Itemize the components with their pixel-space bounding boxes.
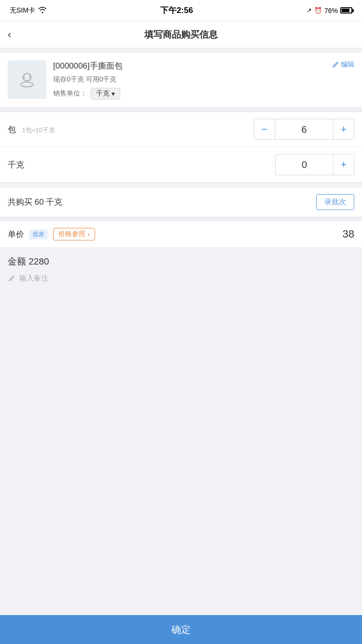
total-row: 共购买 60 千克 录批次	[0, 187, 362, 217]
kg-label: 千克	[8, 159, 275, 170]
nav-bar: ‹ 填写商品购买信息	[0, 21, 362, 48]
back-button[interactable]: ‹	[8, 28, 27, 41]
kg-quantity-input[interactable]	[275, 154, 333, 175]
product-card: [0000006]手撕面包 编辑 现存0千克 可用0千克 销售单位： 千克 ▾	[0, 52, 362, 108]
carrier-label: 无SIM卡	[10, 6, 35, 15]
battery-icon	[340, 7, 352, 14]
wifi-icon	[38, 6, 47, 14]
svg-point-3	[21, 82, 33, 87]
total-text: 共购买 60 千克	[8, 196, 62, 208]
bag-quantity-controls: − +	[254, 119, 354, 140]
product-info: [0000006]手撕面包 编辑 现存0千克 可用0千克 销售单位： 千克 ▾	[53, 60, 354, 99]
unit-label: 销售单位：	[53, 89, 87, 98]
kg-quantity-row: 千克 +	[0, 147, 362, 182]
quantity-section: 包 1包=10千克 − + 千克 +	[0, 112, 362, 183]
status-time: 下午2:56	[160, 5, 193, 16]
note-row[interactable]: 输入备注	[8, 274, 354, 283]
bag-quantity-row: 包 1包=10千克 − +	[0, 112, 362, 147]
bag-quantity-input[interactable]	[275, 119, 333, 140]
bag-plus-button[interactable]: +	[333, 119, 354, 140]
price-tag-batch: 批发	[29, 229, 48, 239]
page-title: 填写商品购买信息	[144, 28, 218, 41]
bag-label: 包 1包=10千克	[8, 124, 254, 135]
price-ref-arrow: ›	[87, 230, 90, 238]
amount-section: 金额 2280 输入备注	[0, 248, 362, 291]
pencil-icon	[8, 275, 15, 282]
svg-point-2	[29, 76, 32, 79]
product-name: [0000006]手撕面包	[53, 60, 123, 71]
status-bar: 无SIM卡 下午2:56 ↗ ⏰ 76%	[0, 0, 362, 21]
price-ref-label: 价格参照	[58, 230, 85, 238]
note-label: 输入备注	[19, 274, 48, 283]
batch-button[interactable]: 录批次	[316, 194, 354, 210]
price-row: 单价 批发 价格参照 › 38	[0, 221, 362, 248]
section-separator	[0, 108, 362, 112]
unit-selector[interactable]: 千克 ▾	[91, 88, 120, 99]
confirm-button[interactable]: 确定	[171, 623, 191, 636]
edit-button[interactable]: 编辑	[332, 60, 354, 69]
status-left: 无SIM卡	[10, 6, 47, 15]
main-content: [0000006]手撕面包 编辑 现存0千克 可用0千克 销售单位： 千克 ▾ …	[0, 48, 362, 615]
product-image	[8, 60, 46, 99]
alarm-icon: ⏰	[314, 7, 322, 14]
product-stock: 现存0千克 可用0千克	[53, 75, 354, 84]
amount-row: 金额 2280	[8, 255, 354, 268]
bottom-spacer	[0, 291, 362, 615]
price-section: 单价 批发 价格参照 › 38	[0, 217, 362, 248]
price-value: 38	[343, 228, 354, 240]
confirm-bar[interactable]: 确定	[0, 615, 362, 644]
kg-plus-button[interactable]: +	[333, 154, 354, 175]
svg-point-1	[22, 76, 25, 79]
bag-hint: 1包=10千克	[22, 126, 55, 134]
status-right: ↗ ⏰ 76%	[306, 7, 352, 14]
kg-quantity-controls: +	[275, 154, 354, 175]
product-unit-row: 销售单位： 千克 ▾	[53, 88, 354, 99]
location-icon: ↗	[306, 7, 312, 14]
bag-minus-button[interactable]: −	[254, 119, 275, 140]
chevron-down-icon: ▾	[111, 90, 115, 98]
price-ref-button[interactable]: 价格参照 ›	[53, 228, 95, 240]
price-label: 单价	[8, 229, 24, 240]
battery-percent: 76%	[324, 7, 338, 14]
